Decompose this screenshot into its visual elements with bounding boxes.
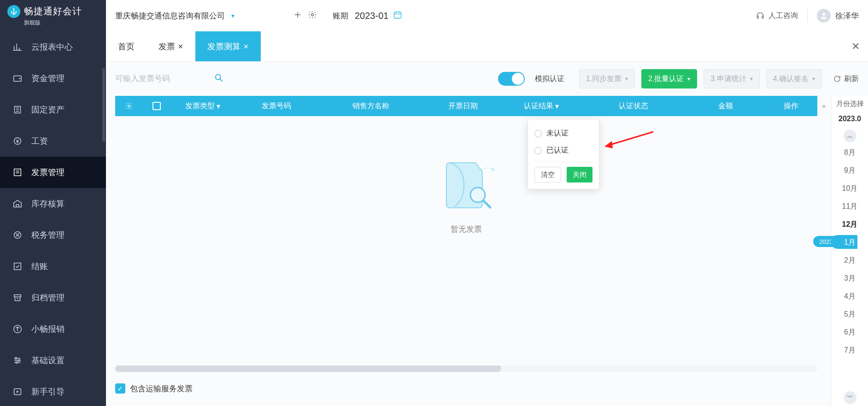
filter-close-button[interactable]: 关闭: [567, 167, 592, 182]
th-status: 认证状态: [581, 101, 686, 111]
sidebar-item-invoice[interactable]: 发票管理: [0, 157, 106, 188]
sidebar-item-tax[interactable]: 税务管理: [0, 219, 106, 251]
chevron-down-icon: ▾: [555, 102, 559, 111]
th-result[interactable]: 认证结果▾: [502, 101, 581, 111]
sidebar-item-settings[interactable]: 基础设置: [0, 345, 106, 376]
rail-months: 8月 9月 10月 11月 12月 2023 1月 2月 3月 4月 5月 6月…: [842, 144, 858, 389]
svg-marker-22: [492, 168, 495, 171]
th-settings[interactable]: [115, 102, 143, 110]
rail-month[interactable]: 6月: [842, 324, 858, 341]
empty-illustration-icon: [434, 151, 499, 216]
month-rail: 月份选择 2023.0 ︽ 8月 9月 10月 11月 12月 2023 1月 …: [831, 96, 868, 406]
close-icon[interactable]: ✕: [178, 43, 183, 50]
th-label: 开票日期: [448, 101, 478, 111]
consult-button[interactable]: 人工咨询: [756, 11, 798, 21]
sidebar-item-fixed-assets[interactable]: 固定资产: [0, 94, 106, 125]
add-icon[interactable]: [290, 7, 305, 24]
rail-down[interactable]: ︾: [844, 391, 856, 404]
tab-invoice-calc[interactable]: 发票测算✕: [195, 31, 261, 61]
company-name: 重庆畅捷交通信息咨询有限公司: [115, 11, 225, 21]
sidebar-item-archive[interactable]: 归档管理: [0, 282, 106, 313]
calendar-icon[interactable]: [393, 10, 402, 22]
step-apply-stats[interactable]: 3.申请统计▾: [704, 69, 759, 88]
rail-month[interactable]: 8月: [842, 144, 858, 161]
th-label: 认证状态: [619, 101, 648, 111]
radio-icon: [534, 147, 542, 154]
chart-icon: [12, 41, 23, 53]
button-label: 关闭: [573, 171, 586, 179]
scrollbar-thumb[interactable]: [115, 365, 501, 372]
rail-month[interactable]: 2月: [842, 252, 858, 269]
close-icon[interactable]: ✕: [243, 43, 249, 50]
sidebar-item-salary[interactable]: 工资: [0, 125, 106, 157]
company-selector[interactable]: 重庆畅捷交通信息咨询有限公司 ▾: [115, 11, 290, 21]
svg-rect-9: [14, 263, 21, 270]
filter-option-uncertified[interactable]: 未认证: [534, 125, 592, 142]
warehouse-icon: [12, 198, 23, 209]
sidebar-item-report-center[interactable]: 云报表中心: [0, 31, 106, 63]
svg-point-2: [822, 13, 825, 16]
sidebar-item-label: 资金管理: [31, 73, 65, 84]
th-checkbox[interactable]: [143, 102, 170, 110]
tab-home[interactable]: 首页: [106, 31, 147, 61]
sidebar-item-label: 发票管理: [31, 167, 65, 178]
sidebar: 云报表中心 资金管理 固定资产 工资 发票管理 库存核算 税务管理 结账 归档管…: [0, 31, 106, 406]
toggle-label: 模拟认证: [535, 74, 564, 84]
step-batch-cert[interactable]: 2.批量认证▾: [641, 69, 697, 88]
table-header: 发票类型▾ 发票号码 销售方名称 开票日期 认证结果▾ 认证状态 金额 操作 »: [115, 96, 817, 116]
sidebar-item-guide[interactable]: 新手引导: [0, 376, 106, 406]
svg-point-4: [19, 78, 20, 79]
th-type[interactable]: 发票类型▾: [170, 101, 235, 111]
tabs-close-all[interactable]: ✕: [851, 31, 860, 61]
sidebar-item-funds[interactable]: 资金管理: [0, 63, 106, 94]
th-amount: 金额: [686, 101, 765, 111]
step-label: 2.批量认证: [648, 74, 684, 84]
annotation-arrow-icon: [604, 131, 654, 149]
horizontal-scrollbar[interactable]: [115, 365, 817, 372]
sidebar-item-label: 基础设置: [31, 355, 65, 366]
sidebar-item-expense[interactable]: 小畅报销: [0, 313, 106, 345]
topbar: 畅捷通好会计 旗舰版 重庆畅捷交通信息咨询有限公司 ▾ 账期 2023-01 人…: [0, 0, 868, 31]
rail-month[interactable]: 4月: [842, 288, 858, 305]
rail-month[interactable]: 7月: [842, 342, 858, 359]
sidebar-item-closing[interactable]: 结账: [0, 251, 106, 282]
sidebar-item-label: 工资: [31, 135, 48, 147]
th-label: 销售方名称: [352, 101, 389, 111]
tab-invoice[interactable]: 发票✕: [147, 31, 195, 61]
step-label: 3.申请统计: [710, 74, 746, 84]
tab-label: 首页: [118, 41, 135, 52]
coin-icon: [12, 135, 23, 147]
rail-month[interactable]: 9月: [842, 162, 858, 179]
cert-result-filter-popover: 未认证 已认证 清空 关闭: [528, 119, 599, 189]
rail-month[interactable]: 5月: [842, 306, 858, 323]
tab-label: 发票: [158, 41, 175, 52]
rail-month[interactable]: 3月: [842, 270, 858, 287]
search-input[interactable]: [115, 74, 207, 83]
filter-option-certified[interactable]: 已认证: [534, 142, 592, 159]
rail-month[interactable]: 10月: [842, 180, 858, 197]
rail-month-active[interactable]: 1月: [842, 234, 858, 251]
include-transport-checkbox[interactable]: ✓: [115, 383, 125, 394]
sidebar-item-inventory[interactable]: 库存核算: [0, 188, 106, 219]
simulate-toggle[interactable]: [498, 72, 525, 86]
check-icon: [12, 261, 23, 272]
th-more-columns[interactable]: »: [817, 96, 830, 116]
refresh-button[interactable]: 刷新: [833, 74, 859, 84]
main: 首页 发票✕ 发票测算✕ ✕ 模拟认证 1.同步发票▾ 2.批量认证▾ 3.申请…: [106, 31, 868, 406]
filter-clear-button[interactable]: 清空: [534, 167, 561, 182]
chevron-down-icon: ▾: [231, 12, 235, 19]
sidebar-scrollbar-thumb[interactable]: [102, 68, 105, 142]
th-date: 开票日期: [424, 101, 502, 111]
step-sync-invoice[interactable]: 1.同步发票▾: [579, 69, 635, 88]
gear-icon[interactable]: [305, 7, 320, 24]
play-icon: [12, 386, 23, 397]
avatar[interactable]: [817, 9, 831, 23]
th-label: 发票号码: [262, 101, 291, 111]
empty-text: 暂无发票: [451, 224, 482, 235]
search-icon[interactable]: [214, 73, 224, 85]
rail-month[interactable]: 12月: [842, 216, 858, 233]
rail-up[interactable]: ︽: [844, 129, 856, 142]
step-confirm-sign[interactable]: 4.确认签名▾: [766, 69, 822, 88]
rail-month[interactable]: 11月: [842, 198, 858, 215]
svg-rect-10: [14, 295, 21, 297]
